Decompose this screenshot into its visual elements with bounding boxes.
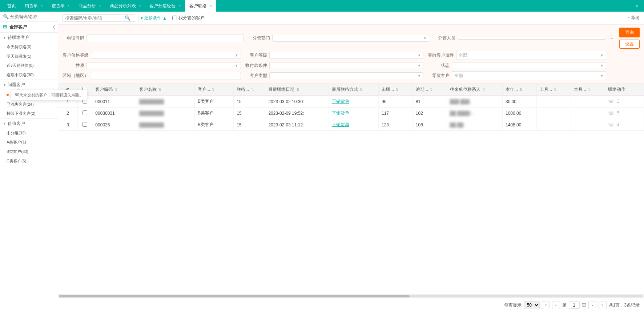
advanced-filter-panel: 电话号码 分管部门 ▼ 分管人员 ··· bbox=[58, 25, 644, 84]
sidebar-section-title-problem[interactable]: ▼ 问题客户 bbox=[0, 80, 58, 90]
filter-more-button[interactable]: ▾ 更多条件 ▲ bbox=[138, 14, 169, 22]
settings-button[interactable]: 设置 bbox=[619, 40, 640, 49]
sort-year-icon[interactable]: ⇅ bbox=[520, 88, 523, 92]
horizontal-scrollbar[interactable] bbox=[58, 294, 644, 298]
next-page-button[interactable]: › bbox=[588, 301, 596, 309]
sort-method-icon[interactable]: ⇅ bbox=[360, 88, 363, 92]
filter-my-customers[interactable]: 我分管的客户 bbox=[172, 15, 205, 21]
sort-name-icon[interactable]: ⇅ bbox=[158, 88, 161, 92]
sidebar-item-b-class[interactable]: B类客户(33) bbox=[0, 147, 58, 157]
row-checkbox-3[interactable] bbox=[82, 122, 87, 127]
filter-search-icon[interactable]: 🔍 bbox=[125, 15, 130, 21]
row-check-3[interactable] bbox=[78, 119, 92, 131]
sort-lastm-icon[interactable]: ⇅ bbox=[554, 88, 557, 92]
sidebar-item-a-class[interactable]: A类客户(1) bbox=[0, 138, 58, 147]
close-sales-tab-icon[interactable]: × bbox=[41, 0, 43, 12]
phone-input[interactable] bbox=[86, 34, 244, 42]
sidebar-search-input[interactable] bbox=[10, 14, 58, 19]
top-navigation: 首页 销货单 × 进货单 × 商品分析 × 商品分析列表 × 客户分层经营 × … bbox=[0, 0, 644, 12]
nav-home[interactable]: 首页 bbox=[3, 0, 20, 12]
sidebar-item-declining[interactable]: 持续下滑客户(2) bbox=[0, 109, 58, 118]
sort-type-icon[interactable]: ⇅ bbox=[212, 88, 215, 92]
contact-icon-2[interactable]: ☏ bbox=[608, 110, 614, 116]
nav-tab-purchase[interactable]: 进货单 × bbox=[47, 0, 74, 12]
level-select[interactable]: ▼ bbox=[269, 52, 424, 59]
close-analysis-tab-icon[interactable]: × bbox=[99, 0, 101, 12]
close-customer-tier-tab-icon[interactable]: × bbox=[178, 0, 181, 12]
row-check-2[interactable] bbox=[78, 108, 92, 119]
region-select[interactable]: ··· bbox=[91, 72, 241, 80]
nav-tab-analysis-list[interactable]: 商品分析列表 × bbox=[105, 0, 145, 12]
row-code-1: 000011 bbox=[92, 96, 136, 108]
sidebar-item-week[interactable]: 近7天待联络(0) bbox=[0, 61, 58, 70]
export-button[interactable]: ↑ 导出 bbox=[628, 15, 640, 21]
sidebar-item-today[interactable]: 今天待联络(0) bbox=[0, 42, 58, 52]
sidebar-item-churned[interactable]: 已流失客户(24) bbox=[0, 100, 58, 109]
person-dots-icon[interactable]: ··· bbox=[608, 35, 615, 41]
filter-search-box[interactable]: 🔍 bbox=[63, 14, 135, 22]
triangle-icon-3: ▼ bbox=[3, 122, 6, 125]
row-method-2[interactable]: 下销货单 bbox=[329, 108, 378, 119]
more-icon-2[interactable]: ⠿ bbox=[616, 110, 620, 116]
nav-tab-sales[interactable]: 销货单 × bbox=[20, 0, 47, 12]
sort-date-icon[interactable]: ⇅ bbox=[297, 88, 299, 92]
global-close-icon[interactable]: × bbox=[632, 3, 641, 9]
sidebar-search-field[interactable]: 🔍 bbox=[0, 12, 58, 22]
close-customer-contact-tab-icon[interactable]: × bbox=[210, 0, 212, 12]
sort-contact-icon[interactable]: ⇅ bbox=[251, 88, 254, 92]
zero-attr-select[interactable]: 全部 ▼ bbox=[456, 51, 606, 60]
row-lastm-1 bbox=[536, 96, 571, 108]
action-icons-2: ☏ ⠿ bbox=[608, 110, 641, 116]
zero-customer-select[interactable]: 全部 ▼ bbox=[452, 71, 606, 80]
sort-contacts-icon[interactable]: ⇅ bbox=[482, 88, 485, 92]
per-page-select[interactable]: 50 bbox=[524, 301, 540, 309]
price-level-select[interactable]: ▼ bbox=[91, 52, 241, 59]
sidebar-item-overdue[interactable]: 逾期未联络(30) bbox=[0, 70, 58, 80]
query-button[interactable]: 查询 bbox=[619, 28, 640, 37]
row-thism-3 bbox=[571, 119, 605, 131]
more-icon-1[interactable]: ⠿ bbox=[616, 99, 620, 104]
sort-thism-icon[interactable]: ⇅ bbox=[588, 88, 591, 92]
sidebar-section-pending: ▼ 待联络客户 今天待联络(0) 明天待联络(1) 近7天待联络(0) 逾期未联… bbox=[0, 33, 58, 80]
dept-select[interactable]: ▼ bbox=[272, 35, 430, 42]
close-analysis-list-tab-icon[interactable]: × bbox=[139, 0, 141, 12]
filter-search-input[interactable] bbox=[65, 16, 123, 21]
row-method-1[interactable]: 下销货单 bbox=[329, 96, 378, 108]
sidebar-item-tomorrow[interactable]: 明天待联络(1) bbox=[0, 52, 58, 61]
contact-icon-3[interactable]: ☏ bbox=[608, 122, 614, 127]
filter-icon: ▾ bbox=[141, 16, 143, 21]
sidebar-all-customers[interactable]: ⊞ 全部客户 《 bbox=[0, 22, 58, 33]
nav-tab-customer-tier[interactable]: 客户分层经营 × bbox=[145, 0, 185, 12]
sort-code-icon[interactable]: ⇅ bbox=[115, 88, 118, 92]
contact-icon-1[interactable]: ☏ bbox=[608, 99, 614, 104]
page-input[interactable] bbox=[569, 301, 580, 309]
sidebar-search-icon: 🔍 bbox=[3, 14, 9, 19]
sidebar-collapse-icon[interactable]: 《 bbox=[51, 24, 55, 30]
person-select[interactable] bbox=[458, 37, 605, 40]
cust-type-select[interactable]: ▼ bbox=[269, 72, 424, 79]
row-checkbox-2[interactable] bbox=[82, 110, 87, 115]
nav-tab-analysis[interactable]: 商品分析 × bbox=[74, 0, 105, 12]
last-page-button[interactable]: » bbox=[599, 301, 607, 309]
sort-unlinkd-icon[interactable]: ⇅ bbox=[396, 88, 399, 92]
status-select[interactable]: ▼ bbox=[452, 62, 606, 69]
first-page-button[interactable]: « bbox=[542, 301, 550, 309]
filter-my-checkbox[interactable] bbox=[172, 16, 177, 20]
gender-select[interactable]: ▼ bbox=[86, 62, 241, 69]
row-method-3[interactable]: 下销货单 bbox=[329, 119, 378, 131]
price-level-field: 客户价格等级 ▼ bbox=[63, 52, 241, 59]
prev-page-button[interactable]: ‹ bbox=[552, 301, 560, 309]
more-icon-3[interactable]: ⠿ bbox=[616, 122, 620, 127]
sort-overdue-icon[interactable]: ⇅ bbox=[430, 88, 433, 92]
region-dots-icon[interactable]: ··· bbox=[232, 73, 238, 78]
nav-tab-customer-contact[interactable]: 客户联络 × bbox=[185, 0, 216, 12]
sidebar-section-title-pending[interactable]: ▼ 待联络客户 bbox=[0, 33, 58, 42]
payment-select[interactable]: ▼ bbox=[269, 62, 424, 69]
sidebar-item-c-class[interactable]: C类客户(6) bbox=[0, 157, 58, 166]
sidebar-section-title-value[interactable]: ▼ 价值客户 bbox=[0, 119, 58, 129]
close-purchase-tab-icon[interactable]: × bbox=[68, 0, 70, 12]
sidebar-item-ungroup[interactable]: 未分组(32) bbox=[0, 129, 58, 138]
export-icon: ↑ bbox=[628, 16, 630, 21]
scrollbar-thumb[interactable] bbox=[59, 295, 410, 297]
col-contact-header: 联络... ⇅ bbox=[234, 84, 265, 96]
